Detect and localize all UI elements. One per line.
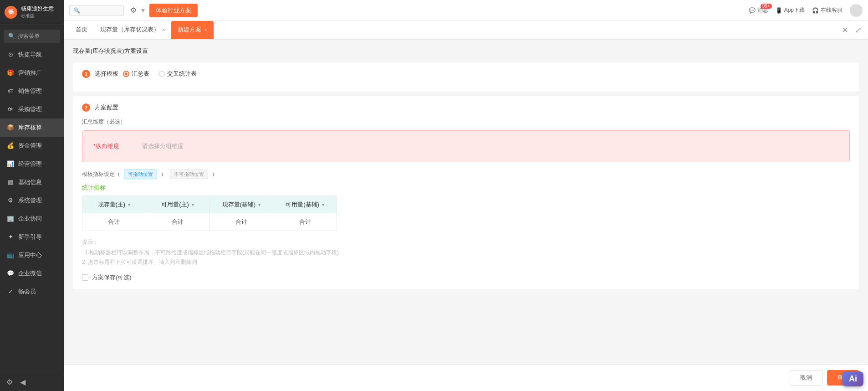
sidebar-operations-label: 经营管理 xyxy=(18,160,42,168)
sidebar-item-operations[interactable]: 📊 经营管理 xyxy=(0,155,64,173)
col3-chevron-icon[interactable]: ▾ xyxy=(258,202,260,207)
tab-new-plan-close-icon[interactable]: × xyxy=(204,27,207,32)
tab-home[interactable]: 首页 xyxy=(69,21,94,39)
collapse-icon[interactable]: ◀ xyxy=(20,378,26,386)
footer-bar: 取消 查询 xyxy=(64,364,868,391)
dimension-placeholder: 请选择分组维度 xyxy=(142,142,184,150)
sidebar-member-label: 畅会员 xyxy=(18,288,36,296)
online-service-button[interactable]: 🎧 在线客服 xyxy=(812,6,842,14)
topbar-search-icon: 🔍 xyxy=(73,7,80,14)
messages-button[interactable]: 💬 消息 99+ xyxy=(749,6,768,14)
col-body-4: 合计 xyxy=(273,213,337,231)
save-option: 方案保存(可选) xyxy=(82,273,850,282)
topbar-search-box[interactable]: 🔍 xyxy=(69,5,124,16)
section2-num: 2 xyxy=(82,103,90,112)
sidebar-shortcuts-label: 快捷导航 xyxy=(18,51,42,59)
app-download-button[interactable]: 📱 App下载 xyxy=(776,6,805,14)
save-checkbox[interactable] xyxy=(82,274,88,281)
sidebar-item-newbie[interactable]: ✦ 新手引导 xyxy=(0,228,64,246)
sidebar-item-purchase[interactable]: 🛍 采购管理 xyxy=(0,100,64,118)
dimension-box[interactable]: *纵向维度 —— 请选择分组维度 xyxy=(82,130,850,162)
tabs-actions: ✕ ⤢ xyxy=(841,24,863,36)
sidebar-item-system[interactable]: ⚙ 系统管理 xyxy=(0,191,64,210)
sidebar-item-member[interactable]: ✓ 畅会员 xyxy=(0,283,64,301)
apps-icon: 📺 xyxy=(6,251,15,259)
sidebar-footer: ⚙ ◀ xyxy=(0,373,64,391)
sidebar-item-enterprise[interactable]: 🏢 企业协同 xyxy=(0,210,64,228)
ai-badge[interactable]: Ai xyxy=(842,371,863,386)
radio-cross[interactable]: 交叉统计表 xyxy=(158,70,197,78)
gift-icon: 🎁 xyxy=(6,69,15,77)
col1-body-text: 合计 xyxy=(108,218,120,226)
tabs-bar: 首页 现存量（库存状况表） × 新建方案 × ✕ ⤢ xyxy=(64,21,868,40)
chart-icon: 📊 xyxy=(6,160,15,168)
col-body-2: 合计 xyxy=(146,213,210,231)
section1-header: 1 选择模板 汇总表 交叉统计表 xyxy=(82,70,850,78)
sidebar-marketing-label: 营销推广 xyxy=(18,69,42,77)
tab-new-plan-label: 新建方案 xyxy=(178,26,201,34)
tip-2: 2. 点击标题栏下拉可设置排序、插入列和删除列 xyxy=(82,258,850,266)
close-tab-icon[interactable]: ✕ xyxy=(841,24,849,36)
sidebar-search[interactable]: 🔍 搜索菜单 xyxy=(4,30,60,43)
sidebar-item-wechat[interactable]: 💬 企业微信 xyxy=(0,264,64,283)
dimension-divider: —— xyxy=(125,143,137,150)
col-body-3: 合计 xyxy=(210,213,274,231)
sidebar-item-shortcuts[interactable]: ⊙ 快捷导航 xyxy=(0,46,64,64)
tab-inventory-status-label: 现存量（库存状况表） xyxy=(100,26,159,34)
logo-text: 畅康通好生意 标准版 xyxy=(21,5,54,19)
col2-chevron-icon[interactable]: ▾ xyxy=(192,202,194,207)
topbar-dropdown-icon[interactable]: ▾ xyxy=(141,6,145,15)
col-header-4[interactable]: 可用量(基辅) ▾ xyxy=(273,196,337,213)
topbar-search-input[interactable] xyxy=(82,7,118,14)
industry-plan-button[interactable]: 体验行业方案 xyxy=(149,4,198,17)
template-options: 汇总表 交叉统计表 xyxy=(123,70,197,78)
section2-header: 2 方案配置 xyxy=(82,103,850,112)
sidebar-apps-label: 应用中心 xyxy=(18,251,42,259)
sidebar-item-finance[interactable]: 💰 资金管理 xyxy=(0,137,64,155)
sidebar-purchase-label: 采购管理 xyxy=(18,105,42,113)
tip-2-text: 2. 点击标题栏下拉可设置排序、插入列和删除列 xyxy=(82,258,197,266)
sidebar-item-marketing[interactable]: 🎁 营销推广 xyxy=(0,64,64,82)
sidebar-wechat-label: 企业微信 xyxy=(18,269,42,278)
sidebar-item-inventory[interactable]: 📦 库存核算 xyxy=(0,118,64,137)
user-avatar[interactable] xyxy=(850,4,863,17)
settings-footer-icon[interactable]: ⚙ xyxy=(6,378,13,386)
radio-summary[interactable]: 汇总表 xyxy=(123,70,149,78)
radio-cross-circle xyxy=(158,71,165,77)
col-header-3[interactable]: 现存量(基辅) ▾ xyxy=(210,196,274,213)
radio-summary-circle xyxy=(123,71,129,77)
col1-chevron-icon[interactable]: ▾ xyxy=(128,202,130,207)
tab-inventory-close-icon[interactable]: × xyxy=(162,27,165,32)
grid-icon: ▦ xyxy=(6,178,15,186)
sidebar-item-sales[interactable]: 🏷 销售管理 xyxy=(0,82,64,100)
indicator-table: 现存量(主) ▾ 可用量(主) ▾ 现存量(基辅) ▾ 可用量(基辅) xyxy=(82,196,337,231)
wechat-icon: 💬 xyxy=(6,269,15,278)
page-title: 现存量(库存状况表)方案设置 xyxy=(73,47,859,55)
sidebar-nav: 🔍 搜索菜单 ⊙ 快捷导航 🎁 营销推广 🏷 销售管理 🛍 采购管理 📦 库存核… xyxy=(0,25,64,373)
settings-icon: ⚙ xyxy=(6,196,15,205)
phone-icon: 📱 xyxy=(776,7,782,14)
tag-draggable: 可拖动位置 xyxy=(124,170,157,179)
sidebar-item-basic[interactable]: ▦ 基础信息 xyxy=(0,173,64,191)
col3-header-text: 现存量(基辅) xyxy=(222,201,256,209)
tips-title: 提示： xyxy=(82,238,850,246)
col4-header-text: 可用量(基辅) xyxy=(286,201,319,209)
topbar-settings-icon[interactable]: ⚙ xyxy=(130,6,137,15)
sidebar-item-apps[interactable]: 📺 应用中心 xyxy=(0,246,64,264)
col3-body-text: 合计 xyxy=(235,218,247,226)
main-area: 🔍 ⚙ ▾ 体验行业方案 💬 消息 99+ 📱 App下载 🎧 在线客服 xyxy=(64,0,868,391)
sidebar-sales-label: 销售管理 xyxy=(18,87,42,95)
col4-chevron-icon[interactable]: ▾ xyxy=(322,202,324,207)
dimension-label: 汇总维度（必选） xyxy=(82,118,850,126)
app-download-label: App下载 xyxy=(784,6,805,14)
wallet-icon: 💰 xyxy=(6,142,15,150)
col-header-1[interactable]: 现存量(主) ▾ xyxy=(82,196,146,213)
col-header-2[interactable]: 可用量(主) ▾ xyxy=(146,196,210,213)
logo-icon: 畅 xyxy=(5,6,17,19)
expand-tab-icon[interactable]: ⤢ xyxy=(854,24,863,36)
tab-new-plan[interactable]: 新建方案 × xyxy=(171,21,213,39)
messages-badge: 99+ xyxy=(761,4,772,9)
tab-inventory-status[interactable]: 现存量（库存状况表） × xyxy=(94,21,171,39)
cancel-button[interactable]: 取消 xyxy=(790,370,822,386)
indicator-table-header: 现存量(主) ▾ 可用量(主) ▾ 现存量(基辅) ▾ 可用量(基辅) xyxy=(82,196,337,213)
